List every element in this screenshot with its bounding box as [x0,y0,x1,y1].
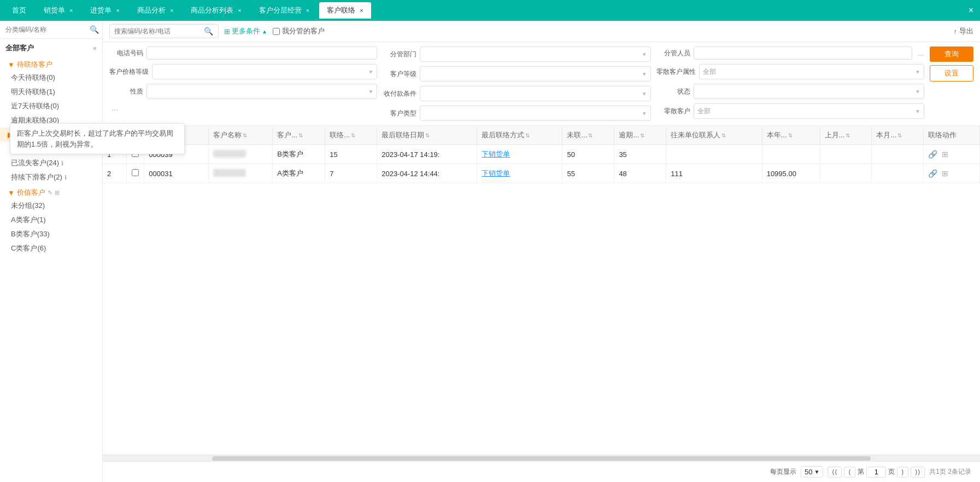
sidebar-value-settings-icon[interactable]: ⊞ [55,189,60,196]
row2-checkbox[interactable] [132,169,139,176]
filter-phone-input[interactable] [146,47,377,60]
close-all-button[interactable]: × [969,5,973,15]
row2-grid-icon[interactable]: ⊞ [942,169,948,178]
sort-icon-year[interactable]: ⇅ [788,132,793,138]
td-this-year-1 [762,145,820,164]
row1-last-method[interactable]: 下销货单 [482,150,510,158]
filter-nature-label: 性质 [109,87,143,96]
scroll-thumb[interactable] [212,456,871,461]
row2-last-method[interactable]: 下销货单 [482,169,510,177]
filter-manager-dots[interactable]: ... [918,49,924,57]
filter-status-arrow: ▼ [915,89,920,95]
total-records-label: 共1页 2条记录 [929,467,971,477]
filter-customer-grade-select[interactable]: ▼ [420,66,650,82]
th-this-month-label: 本月... [876,131,896,139]
more-filters-button[interactable]: ⊞ 更多条件 ▲ [224,26,267,36]
sort-icon-name[interactable]: ⇅ [243,132,247,138]
search-input[interactable] [114,27,202,35]
row2-index: 2 [107,170,111,178]
export-button[interactable]: ↑ 导出 [954,26,974,36]
sidebar-item-class-b[interactable]: B类客户(33) [0,227,102,241]
my-customers-checkbox-area[interactable]: 我分管的客户 [273,26,325,36]
sidebar-item-lost-label: 已流失客户(24) [11,158,59,168]
sort-icon-overdue[interactable]: ⇅ [640,132,644,138]
query-button[interactable]: 查询 [930,47,973,62]
search-icon[interactable]: 🔍 [204,27,213,36]
sort-icon-method[interactable]: ⇅ [525,132,530,138]
info-icon-declining[interactable]: ℹ [64,174,67,181]
sidebar-item-tomorrow-label: 明天待联络(1) [11,88,55,96]
sidebar-item-class-a-label: A类客户(1) [11,216,46,224]
my-customers-checkbox[interactable] [273,28,280,35]
sidebar-value-edit-icon[interactable]: ✎ [48,189,52,196]
sidebar-search-input[interactable] [5,26,87,33]
sidebar-collapse-icon[interactable]: « [93,44,97,52]
th-contact-count-label: 联络... [330,131,350,139]
tab-analysis-list[interactable]: 商品分析列表 × [183,2,249,19]
row1-grid-icon[interactable]: ⊞ [942,150,948,159]
tab-analysis[interactable]: 商品分析 × [130,2,181,19]
sort-icon-type[interactable]: ⇅ [298,132,303,138]
filter-customer-grade: 客户等级 ▼ [383,66,650,82]
tab-home[interactable]: 首页 [4,2,34,19]
sort-icon-date[interactable]: ⇅ [425,132,430,138]
filter-nature-select[interactable]: ▼ [146,84,377,99]
tab-sales[interactable]: 销货单 × [36,2,80,19]
tab-sales-close[interactable]: × [69,7,73,14]
sort-icon-tmonth[interactable]: ⇅ [897,132,902,138]
filter-retail-attr-label: 零散客户属性 [656,67,696,77]
horizontal-scrollbar[interactable] [103,455,980,461]
tab-analysis-close[interactable]: × [170,7,173,14]
sidebar-item-declining[interactable]: 持续下滑客户(2) ℹ [0,170,102,184]
filter-retail-customer-select[interactable]: 全部 ▼ [694,103,924,119]
filter-more-dots: ... [109,103,377,112]
sidebar-search-icon[interactable]: 🔍 [90,25,99,34]
sidebar-value-customers-header: ▼ 价值客户 ✎ ⊞ [0,184,102,199]
info-icon-lost[interactable]: ℹ [61,160,63,167]
sidebar-item-class-a[interactable]: A类客户(1) [0,213,102,227]
sidebar-item-today[interactable]: 今天待联络(0) [0,71,102,85]
per-page-select[interactable]: 50 ▼ [801,466,823,478]
filter-dept-select[interactable]: ▼ [420,47,650,62]
sidebar-item-class-c[interactable]: C类客户(6) [0,241,102,255]
sort-icon-lmonth[interactable]: ⇅ [846,132,850,138]
sidebar-item-tomorrow[interactable]: 明天待联络(1) [0,85,102,99]
filter-manager-input[interactable] [694,47,913,60]
sort-icon-unlisted[interactable]: ⇅ [588,132,592,138]
tab-purchase-close[interactable]: × [116,7,119,14]
filter-price-grade-select[interactable]: ▼ [152,64,377,79]
next-page-button[interactable]: ⟩ [897,467,908,478]
filter-customer-type-select[interactable]: ▼ [420,106,650,121]
td-code-2: 000031 [144,164,208,183]
row2-link-icon[interactable]: 🔗 [928,169,937,178]
tab-customer-contact[interactable]: 客户联络 × [319,2,371,19]
filter-more-dots-text[interactable]: ... [112,103,118,112]
row1-type: B类客户 [277,150,303,158]
first-page-button[interactable]: ⟨⟨ [828,467,842,478]
filter-retail-attr-select[interactable]: 全部 ▼ [699,64,924,79]
sort-icon-contact[interactable]: ⇅ [351,132,355,138]
row1-link-icon[interactable]: 🔗 [928,150,937,159]
tab-customer-contact-close[interactable]: × [360,7,363,14]
sidebar-item-ungrouped[interactable]: 未分组(32) [0,199,102,213]
settings-button[interactable]: 设置 [930,65,973,82]
sidebar-item-lost[interactable]: 已流失客户(24) ℹ [0,156,102,170]
filter-status-select[interactable]: ▼ [694,84,924,99]
row2-actions: 🔗 ⊞ [928,169,975,178]
last-page-button[interactable]: ⟩⟩ [911,467,925,478]
tab-customer-stratification-close[interactable]: × [306,7,309,14]
td-type-1: B类客户 [273,145,325,164]
prev-page-button[interactable]: ⟨ [844,467,855,478]
th-unlisted: 未联...⇅ [562,126,614,145]
th-action: 联络动作 [924,126,980,145]
tab-analysis-list-close[interactable]: × [238,7,241,14]
tab-customer-stratification[interactable]: 客户分层经营 × [251,2,317,19]
sidebar-group-pending[interactable]: ▼ 待联络客户 [0,57,102,71]
sort-icon-person[interactable]: ⇅ [721,132,726,138]
filter-payment-select[interactable]: ▼ [420,86,650,101]
tab-purchase[interactable]: 进货单 × [83,2,127,19]
sidebar-item-7days[interactable]: 近7天待联络(0) [0,99,102,113]
th-last-method: 最后联络方式⇅ [477,126,562,145]
th-this-year-label: 本年... [767,131,787,139]
current-page-input[interactable] [866,467,886,478]
